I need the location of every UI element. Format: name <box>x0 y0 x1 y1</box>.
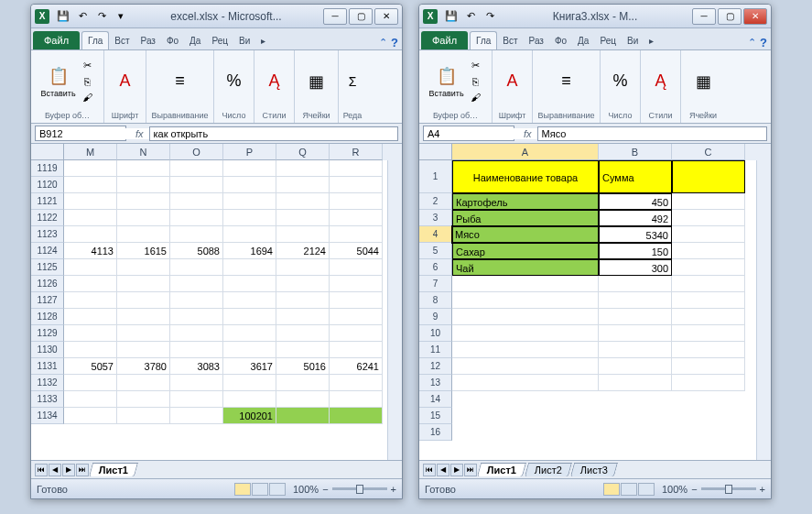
cell[interactable] <box>117 160 170 177</box>
row-header[interactable]: 9 <box>419 309 452 325</box>
titlebar[interactable]: X 💾 ↶ ↷ ▾ excel.xlsx - Microsoft... ─ ▢ … <box>31 5 402 28</box>
cell-b4[interactable]: 5340 <box>599 226 672 243</box>
select-all-corner[interactable] <box>419 144 452 160</box>
cell[interactable] <box>170 342 223 358</box>
vertical-scrollbar[interactable] <box>387 160 402 460</box>
minimize-button[interactable]: ─ <box>323 8 347 25</box>
cell[interactable] <box>64 292 117 309</box>
tab-view[interactable]: Ви <box>233 32 255 49</box>
styles-button[interactable]: Ą <box>262 69 287 94</box>
row-header[interactable]: 1131 <box>31 358 64 375</box>
save-icon[interactable]: 💾 <box>443 8 460 25</box>
format-painter-icon[interactable]: 🖌 <box>80 90 96 104</box>
cell[interactable] <box>276 160 330 177</box>
cell-c2[interactable] <box>672 193 745 210</box>
cell[interactable] <box>64 276 117 292</box>
copy-icon[interactable]: ⎘ <box>80 74 96 89</box>
cell[interactable] <box>64 193 117 210</box>
row-header[interactable]: 1120 <box>31 177 64 193</box>
view-normal-icon[interactable] <box>603 483 620 496</box>
tab-view[interactable]: Ви <box>622 32 644 49</box>
fx-icon[interactable]: fx <box>518 128 537 139</box>
cell-b5[interactable]: 150 <box>599 243 672 259</box>
cell[interactable] <box>223 276 276 292</box>
close-button[interactable]: ✕ <box>743 8 767 25</box>
cell[interactable] <box>117 193 170 210</box>
cell[interactable] <box>64 408 117 424</box>
cell[interactable] <box>117 375 170 391</box>
row-header[interactable]: 1128 <box>31 309 64 325</box>
cell[interactable] <box>276 309 330 325</box>
row-header[interactable]: 2 <box>419 193 452 210</box>
sheet-tab-1[interactable]: Лист1 <box>89 463 138 476</box>
cell[interactable]: 100201 <box>223 408 276 424</box>
cell[interactable] <box>117 408 170 424</box>
cell[interactable]: 2124 <box>276 243 330 259</box>
cell-c1[interactable] <box>672 160 745 193</box>
sheet-nav-next-icon[interactable]: ▶ <box>450 464 463 476</box>
tab-insert[interactable]: Вст <box>497 32 523 49</box>
cell[interactable]: 5088 <box>170 243 223 259</box>
cell[interactable] <box>276 259 330 276</box>
undo-icon[interactable]: ↶ <box>74 8 91 25</box>
cell[interactable] <box>117 309 170 325</box>
cell[interactable] <box>117 391 170 408</box>
name-box[interactable]: ▾ <box>35 126 126 141</box>
cell[interactable]: 1615 <box>117 243 170 259</box>
cell[interactable]: 5044 <box>330 243 383 259</box>
cell-a3[interactable]: Рыба <box>452 210 599 226</box>
copy-icon[interactable]: ⎘ <box>468 74 484 89</box>
row-header[interactable]: 1121 <box>31 193 64 210</box>
undo-icon[interactable]: ↶ <box>462 8 479 25</box>
row-header[interactable]: 1 <box>419 160 452 193</box>
tab-data[interactable]: Да <box>572 32 594 49</box>
col-header-r[interactable]: R <box>330 144 383 160</box>
maximize-button[interactable]: ▢ <box>349 8 373 25</box>
cell[interactable] <box>223 226 276 243</box>
cut-icon[interactable]: ✂ <box>80 59 96 73</box>
row-header[interactable]: 11 <box>419 342 452 358</box>
tab-layout[interactable]: Раз <box>135 32 161 49</box>
formula-input[interactable] <box>542 128 763 139</box>
sheet-nav-first-icon[interactable]: ⏮ <box>35 464 48 476</box>
align-button[interactable]: ≡ <box>168 69 193 94</box>
row-header[interactable]: 8 <box>419 292 452 309</box>
tab-review[interactable]: Рец <box>594 32 622 49</box>
cells-button[interactable]: ▦ <box>690 69 716 94</box>
cell-a1[interactable]: Наименование товара <box>452 160 599 193</box>
cell[interactable] <box>223 325 276 342</box>
ribbon-minimize-icon[interactable]: ⌃ <box>748 37 756 49</box>
cell[interactable] <box>223 391 276 408</box>
cell-a4-selected[interactable]: Мясо <box>452 226 599 243</box>
redo-icon[interactable]: ↷ <box>93 8 110 25</box>
styles-button[interactable]: Ą <box>648 69 674 94</box>
cell-b6[interactable]: 300 <box>599 259 672 276</box>
row-header[interactable]: 1126 <box>31 276 64 292</box>
ribbon-minimize-icon[interactable]: ⌃ <box>379 37 387 49</box>
cell[interactable] <box>223 160 276 177</box>
grid[interactable]: A B C 12345678910111213141516 Наименован… <box>419 144 771 460</box>
cell[interactable] <box>330 309 383 325</box>
cell[interactable]: 3617 <box>223 358 276 375</box>
vertical-scrollbar[interactable] <box>756 160 771 460</box>
cell[interactable] <box>170 309 223 325</box>
number-button[interactable]: % <box>222 69 247 94</box>
cell[interactable] <box>330 375 383 391</box>
cell-b3[interactable]: 492 <box>599 210 672 226</box>
cut-icon[interactable]: ✂ <box>468 59 484 73</box>
zoom-level[interactable]: 100% <box>293 484 319 495</box>
number-button[interactable]: % <box>608 69 633 94</box>
cell[interactable] <box>117 325 170 342</box>
tab-formulas[interactable]: Фо <box>161 32 184 49</box>
row-header[interactable]: 13 <box>419 375 452 391</box>
select-all-corner[interactable] <box>31 144 64 160</box>
cell[interactable] <box>223 193 276 210</box>
cell[interactable] <box>170 292 223 309</box>
maximize-button[interactable]: ▢ <box>718 8 742 25</box>
tab-formulas[interactable]: Фо <box>549 32 572 49</box>
cell[interactable] <box>117 226 170 243</box>
font-button[interactable]: A <box>113 69 138 94</box>
sheet-tab-3[interactable]: Лист3 <box>570 463 618 476</box>
row-header[interactable]: 1127 <box>31 292 64 309</box>
cell[interactable] <box>276 292 330 309</box>
